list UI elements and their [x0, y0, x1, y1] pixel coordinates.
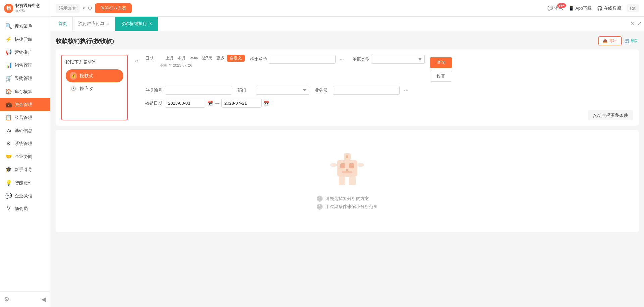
- doc-type-label: 单据类型: [352, 56, 370, 62]
- page-header: 收款核销执行(按收款) 📤 导出 🔄 刷新: [56, 36, 639, 45]
- tab-prepay-close[interactable]: ✕: [106, 21, 110, 26]
- filter-row-3: 核销日期 📅 — 📅: [145, 99, 633, 108]
- partner-field: 往来单位 ···: [250, 55, 347, 64]
- sidebar-bottom: ⚙ ◀: [0, 291, 50, 307]
- receivable-label: 按应收: [80, 86, 93, 92]
- sidebar-item-采购管理[interactable]: 🛒采购管理: [0, 72, 50, 85]
- sidebar-item-新手引导[interactable]: 🎓新手引导: [0, 163, 50, 176]
- solution-button[interactable]: 体验行业方案: [95, 3, 132, 13]
- settings-gear-icon[interactable]: ⚙: [88, 5, 92, 11]
- tab-writeoff[interactable]: 收款核销执行 ✕: [115, 17, 158, 31]
- svg-rect-9: [349, 177, 356, 185]
- tab-home[interactable]: 首页: [53, 17, 73, 31]
- writeoff-start-input[interactable]: [165, 99, 205, 108]
- partner-more-icon[interactable]: ···: [337, 56, 347, 62]
- date-last-7days[interactable]: 近7天: [201, 55, 214, 62]
- doc-no-input[interactable]: [165, 86, 232, 95]
- svg-point-10: [346, 169, 348, 171]
- sidebar-item-企业微信[interactable]: 💬企业微信: [0, 189, 50, 202]
- nav-icon: ⚡: [5, 36, 12, 42]
- sidebar-item-智能硬件[interactable]: 💡智能硬件: [0, 176, 50, 189]
- close-window-icon[interactable]: ✕: [630, 20, 634, 27]
- nav-icon: V: [5, 206, 12, 212]
- doc-type-select[interactable]: [371, 55, 425, 64]
- sidebar-item-基础信息[interactable]: 🗂基础信息: [0, 124, 50, 137]
- staff-more-icon[interactable]: ···: [401, 87, 411, 93]
- sidebar-item-快捷导航[interactable]: ⚡快捷导航: [0, 33, 50, 46]
- staff-input[interactable]: [333, 86, 400, 95]
- svg-rect-8: [339, 177, 345, 185]
- page-title: 收款核销执行(按收款): [56, 37, 114, 45]
- app-download-button[interactable]: 📱 App下载: [569, 5, 592, 11]
- writeoff-end-input[interactable]: [221, 99, 262, 108]
- settings-icon[interactable]: ⚙: [4, 296, 9, 303]
- date-more[interactable]: 更多: [215, 55, 226, 62]
- writeoff-start-cal-icon[interactable]: 📅: [207, 101, 213, 106]
- export-button[interactable]: 📤 导出: [598, 36, 622, 45]
- nav-icon: 📢: [5, 49, 12, 55]
- sidebar-item-销售管理[interactable]: 📊销售管理: [0, 59, 50, 72]
- date-this-year[interactable]: 本年: [189, 55, 199, 62]
- filter-option-by-receivable[interactable]: 🕐 按应收: [66, 82, 123, 95]
- writeoff-end-cal-icon[interactable]: 📅: [264, 101, 269, 106]
- sidebar-item-资金管理[interactable]: 💼资金管理: [0, 98, 50, 111]
- nav-icon: 🔍: [5, 23, 12, 29]
- nav-label: 采购管理: [15, 75, 32, 82]
- date-custom-btn[interactable]: 自定义: [227, 55, 245, 62]
- date-field: 日期 上月 本月 本年 近7天 更多 自定义 不限: [145, 55, 245, 68]
- query-button[interactable]: 查询: [430, 57, 452, 68]
- company-selector[interactable]: 演示账套: [56, 4, 80, 13]
- dept-select[interactable]: [256, 86, 309, 95]
- expand-window-icon[interactable]: ⤢: [637, 20, 641, 27]
- tabs-window-controls: ✕ ⤢: [630, 20, 641, 27]
- logo-text-group: 畅捷通好生意 标准版: [15, 3, 40, 13]
- empty-tips: 1 请先选择要分析的方案 2 用过滤条件来缩小分析范围: [317, 196, 378, 212]
- partner-label: 往来单位: [250, 56, 267, 62]
- setting-button[interactable]: 设置: [430, 71, 452, 82]
- user-profile[interactable]: Rit: [627, 4, 639, 12]
- sidebar-item-营销推广[interactable]: 📢营销推广: [0, 46, 50, 59]
- sidebar-item-经营管理[interactable]: 📋经营管理: [0, 111, 50, 124]
- tab-prepay[interactable]: 预付冲应付单 ✕: [73, 17, 115, 31]
- filter-row-2: 单据编号 部门 业务员 ···: [145, 86, 633, 95]
- nav-label: 营销推广: [15, 49, 32, 55]
- nav-label: 企业协同: [15, 154, 32, 160]
- collapse-sidebar-icon[interactable]: ◀: [41, 296, 46, 303]
- filter-row-1: 日期 上月 本月 本年 近7天 更多 自定义 不限: [145, 55, 633, 82]
- nav-icon: 🗂: [5, 127, 12, 134]
- nav-label: 智能硬件: [15, 180, 32, 186]
- partner-input[interactable]: [269, 55, 336, 64]
- sidebar-item-企业协同[interactable]: 🤝企业协同: [0, 150, 50, 163]
- filter-collapse-button[interactable]: «: [132, 56, 141, 66]
- nav-label: 新手引导: [15, 167, 32, 173]
- tab-writeoff-close[interactable]: ✕: [149, 21, 152, 26]
- sidebar-item-搜索菜单[interactable]: 🔍搜索菜单: [0, 19, 50, 33]
- empty-tip-2: 2 用过滤条件来缩小分析范围: [317, 204, 378, 210]
- message-button[interactable]: 💬 消息 99+: [548, 5, 563, 11]
- collapse-more-button[interactable]: ⋀⋀ 收起更多条件: [588, 110, 633, 120]
- sidebar-item-库存核算[interactable]: 🏠库存核算: [0, 85, 50, 98]
- tip-text-2: 用过滤条件来缩小分析范围: [325, 204, 378, 210]
- doc-type-field: 单据类型: [352, 55, 425, 64]
- message-icon: 💬: [548, 6, 553, 11]
- date-this-month[interactable]: 本月: [176, 55, 187, 62]
- tab-bar: 首页 预付冲应付单 ✕ 收款核销执行 ✕ ✕ ⤢: [50, 17, 644, 31]
- app-edition: 标准版: [15, 8, 40, 13]
- date-separator: —: [215, 101, 219, 106]
- nav-label: 快捷导航: [15, 36, 32, 42]
- refresh-button[interactable]: 🔄 刷新: [624, 36, 639, 45]
- app-logo: 畅 畅捷通好生意 标准版: [0, 0, 50, 17]
- online-service-button[interactable]: 🎧 在线客服: [597, 5, 621, 11]
- company-dropdown-icon[interactable]: ▾: [83, 6, 85, 11]
- svg-rect-2: [349, 163, 354, 168]
- receipt-label: 按收款: [80, 73, 93, 79]
- svg-rect-3: [342, 171, 352, 173]
- tip-num-2: 2: [317, 204, 323, 210]
- sidebar-item-畅会员[interactable]: V畅会员: [0, 202, 50, 215]
- refresh-label: 刷新: [631, 38, 639, 44]
- sidebar: 畅 畅捷通好生意 标准版 🔍搜索菜单⚡快捷导航📢营销推广📊销售管理🛒采购管理🏠库…: [0, 0, 50, 307]
- sidebar-item-系统管理[interactable]: ⚙系统管理: [0, 137, 50, 150]
- filter-option-by-receipt[interactable]: 💰 按收款: [66, 69, 123, 82]
- date-last-month[interactable]: 上月: [164, 55, 175, 62]
- filter-panel: 按以下方案查询 💰 按收款 🕐 按应收 « 日期: [56, 49, 639, 126]
